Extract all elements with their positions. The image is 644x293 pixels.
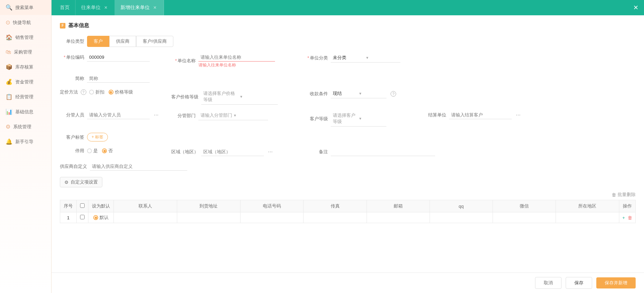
sidebar-item-basic-info[interactable]: 📊 基础信息 xyxy=(0,104,51,119)
phone-input[interactable] xyxy=(243,215,301,220)
unit-type-label: 单位类型 xyxy=(60,38,84,44)
department-arrow: ▾ xyxy=(234,113,266,118)
system-icon: ⚙ xyxy=(6,123,10,130)
cell-address[interactable] xyxy=(177,212,240,223)
row-delete-btn[interactable]: 🗑 xyxy=(628,215,632,220)
customer-price-level-arrow: ▾ xyxy=(240,94,276,99)
pricing-help-icon[interactable]: ? xyxy=(81,89,86,95)
sidebar-label-quick-nav: 快捷导航 xyxy=(13,19,31,26)
window-close-button[interactable]: ✕ xyxy=(630,4,641,11)
col-seq: 序号 xyxy=(60,200,77,212)
pricing-radio-level[interactable]: 价格等级 xyxy=(109,89,133,95)
section-header-basic-info: F 基本信息 xyxy=(60,22,636,29)
type-btn-supplier[interactable]: 供应商 xyxy=(109,36,136,47)
custom-settings-button[interactable]: ⚙ 自定义项设置 xyxy=(60,177,102,187)
customer-price-level-select[interactable]: 请选择客户价格等级 ▾ xyxy=(201,89,278,105)
cell-email[interactable] xyxy=(367,212,430,223)
tab-new-partner[interactable]: 新增往来单位 ✕ xyxy=(115,0,164,15)
save-button[interactable]: 保存 xyxy=(566,277,592,289)
row-checkbox[interactable] xyxy=(80,215,85,219)
unit-code-label: *单位编码 xyxy=(60,54,84,60)
unit-name-input[interactable] xyxy=(198,53,275,62)
sidebar-label-search: 搜索菜单 xyxy=(15,5,33,11)
sidebar-label-inventory: 库存核算 xyxy=(15,64,33,70)
note-input[interactable] xyxy=(331,148,435,156)
supplier-custom-label: 供应商自定义 xyxy=(60,163,87,170)
pricing-radio-discount[interactable]: 折扣 xyxy=(89,89,104,95)
payment-terms-select[interactable]: 现结 ▾ xyxy=(331,89,386,98)
field-manager: 分管人员 ··· xyxy=(60,111,171,119)
sidebar-label-finance: 资金管理 xyxy=(15,79,33,85)
row-region-input[interactable] xyxy=(559,215,616,220)
sidebar-item-inventory[interactable]: 📦 库存核算 xyxy=(0,59,51,74)
unit-category-arrow: ▾ xyxy=(366,55,398,60)
address-input[interactable] xyxy=(180,215,237,220)
fax-input[interactable] xyxy=(306,215,363,220)
cell-phone[interactable] xyxy=(240,212,304,223)
tab-home[interactable]: 首页 xyxy=(54,0,76,15)
finance-icon: 💰 xyxy=(6,79,13,85)
content-area: F 基本信息 单位类型 客户 供应商 客户/供应商 *单位编码 xyxy=(52,15,644,272)
qq-input[interactable] xyxy=(433,215,490,220)
customer-level-arrow: ▾ xyxy=(359,116,384,121)
unit-code-input[interactable] xyxy=(87,53,150,62)
sidebar-item-finance[interactable]: 💰 资金管理 xyxy=(0,74,51,89)
payment-terms-help-icon[interactable]: ? xyxy=(391,91,396,97)
col-address: 到货地址 xyxy=(177,200,240,212)
cell-wechat[interactable] xyxy=(493,212,556,223)
sidebar-item-quick-nav[interactable]: ⊙ 快捷导航 xyxy=(0,15,51,30)
unit-category-value: 未分类 xyxy=(333,55,365,61)
sidebar-item-search[interactable]: 🔍 搜索菜单 xyxy=(0,0,51,15)
cell-contact[interactable] xyxy=(114,212,177,223)
sidebar-item-purchase[interactable]: 🛍 采购管理 xyxy=(0,45,51,59)
field-payment-terms: 收款条件 现结 ▾ ? xyxy=(304,89,636,98)
row-add-btn[interactable]: + xyxy=(622,215,625,220)
short-name-input[interactable] xyxy=(87,74,150,83)
default-radio-item[interactable]: 默认 xyxy=(91,214,111,221)
form-row-pricing: 定价方法 ? 折扣 价格等级 xyxy=(60,89,636,105)
cancel-button[interactable]: 取消 xyxy=(535,277,561,289)
cell-qq[interactable] xyxy=(430,212,493,223)
disable-no-circle xyxy=(102,148,107,153)
tab-partner-close[interactable]: ✕ xyxy=(103,5,109,11)
manager-more-btn[interactable]: ··· xyxy=(152,112,160,118)
type-btn-both[interactable]: 客户/供应商 xyxy=(136,36,173,47)
type-btn-customer[interactable]: 客户 xyxy=(87,36,109,47)
unit-category-select[interactable]: 未分类 ▾ xyxy=(331,53,400,63)
footer: 取消 保存 保存并新增 xyxy=(52,272,644,293)
manager-input[interactable] xyxy=(87,111,150,119)
cell-default: 默认 xyxy=(88,212,114,223)
tab-new-partner-close[interactable]: ✕ xyxy=(152,5,158,11)
department-select[interactable]: 请输入分管部门 ▾ xyxy=(198,111,268,120)
sidebar-label-purchase: 采购管理 xyxy=(14,49,32,55)
form-row-customer-tag: 客户标签 + 标签 xyxy=(60,133,636,141)
region-input[interactable] xyxy=(201,148,264,156)
supplier-custom-input[interactable] xyxy=(90,162,187,171)
customer-price-level-placeholder: 请选择客户价格等级 xyxy=(203,90,239,103)
sidebar-item-sales[interactable]: 🏠 销售管理 xyxy=(0,30,51,45)
sidebar-item-operation[interactable]: 📋 经营管理 xyxy=(0,89,51,104)
save-and-new-button[interactable]: 保存并新增 xyxy=(596,277,636,288)
cell-fax[interactable] xyxy=(304,212,367,223)
tab-partner[interactable]: 往来单位 ✕ xyxy=(76,0,115,15)
region-more-btn[interactable]: ··· xyxy=(267,149,274,155)
field-supplier-custom: 供应商自定义 xyxy=(60,162,636,171)
sidebar-item-system[interactable]: ⚙ 系统管理 xyxy=(0,119,51,134)
disable-radio-yes[interactable]: 是 xyxy=(87,148,98,154)
contact-input[interactable] xyxy=(117,215,174,220)
customer-level-select[interactable]: 请选择客户等级 ▾ xyxy=(331,111,386,127)
field-disable: 停用 是 否 xyxy=(60,148,171,154)
cell-region[interactable] xyxy=(556,212,619,223)
disable-radio-no[interactable]: 否 xyxy=(102,148,113,154)
field-pricing: 定价方法 ? 折扣 价格等级 xyxy=(60,89,171,95)
settlement-unit-more-btn[interactable]: ··· xyxy=(515,112,522,118)
unit-name-wrapper: 请输入往来单位名称 xyxy=(198,53,275,68)
sidebar-item-guide[interactable]: 🔔 新手引导 xyxy=(0,134,51,149)
email-input[interactable] xyxy=(370,215,427,220)
settlement-unit-input[interactable] xyxy=(449,111,512,119)
customer-level-label: 客户等级 xyxy=(304,116,328,122)
disable-yes-circle xyxy=(87,148,92,153)
table-select-all[interactable] xyxy=(80,203,85,208)
add-tag-button[interactable]: + 标签 xyxy=(87,133,108,141)
wechat-input[interactable] xyxy=(496,215,553,220)
